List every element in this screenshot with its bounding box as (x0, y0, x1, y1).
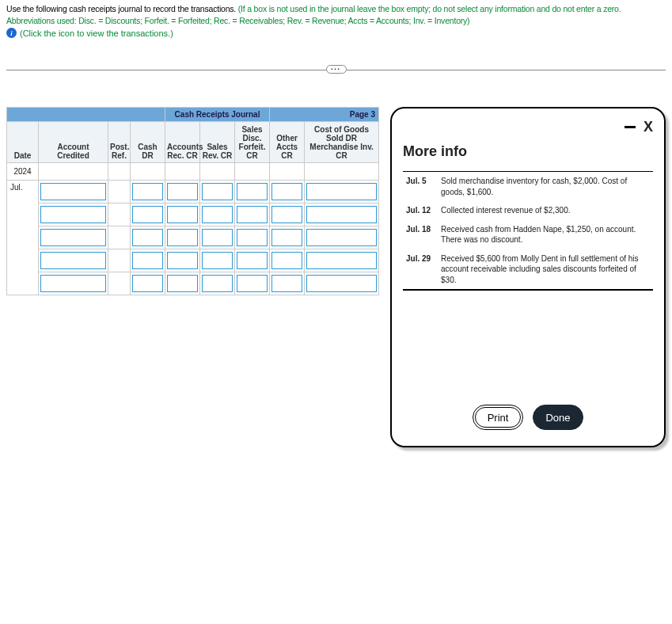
journal-cell (108, 226, 131, 249)
journal-cell (200, 226, 235, 249)
print-button[interactable]: Print (473, 405, 523, 430)
expander-handle[interactable]: ••• (326, 65, 347, 74)
journal-input[interactable] (40, 275, 106, 292)
col-cash-dr: Cash DR (131, 122, 165, 163)
journal-page: Page 3 (270, 108, 379, 122)
view-transactions-text[interactable]: (Click the icon to view the transactions… (20, 29, 173, 38)
journal-cell (108, 181, 131, 204)
col-sales-disc-cr: Sales Disc.Forfeit. CR (235, 122, 270, 163)
journal-input[interactable] (306, 275, 377, 292)
transaction-text: Received cash from Hadden Nape, $1,250, … (438, 220, 653, 249)
journal-cell (305, 181, 379, 204)
month-cell: Jul. (7, 181, 39, 295)
journal-input[interactable] (271, 206, 302, 223)
journal-band-left (7, 108, 165, 122)
journal-input[interactable] (167, 229, 198, 246)
journal-cell (270, 226, 305, 249)
transaction-text: Sold merchandise inventory for cash, $2,… (438, 172, 653, 202)
journal-cell (39, 204, 108, 226)
journal-cell (305, 226, 379, 249)
transaction-row: Jul. 12Collected interest revenue of $2,… (403, 201, 653, 220)
journal-cell (165, 226, 200, 249)
journal-cell (270, 272, 305, 295)
journal-cell (39, 226, 108, 249)
journal-input[interactable] (40, 229, 106, 246)
journal-input[interactable] (306, 183, 377, 200)
journal-cell (165, 204, 200, 226)
info-icon[interactable]: i (6, 28, 17, 38)
journal-input[interactable] (167, 252, 198, 269)
journal-cell (200, 272, 235, 295)
journal-input[interactable] (132, 206, 163, 223)
journal-cell (131, 249, 165, 272)
transaction-row: Jul. 5Sold merchandise inventory for cas… (403, 172, 653, 202)
transaction-date: Jul. 18 (403, 220, 438, 249)
close-icon[interactable]: X (644, 120, 653, 134)
journal-cell (235, 249, 270, 272)
col-accts-rec-cr: AccountsRec. CR (165, 122, 200, 163)
col-other-cr: OtherAccts CR (270, 122, 305, 163)
journal-cell (39, 181, 108, 204)
journal-input[interactable] (237, 275, 268, 292)
journal-cell (200, 181, 235, 204)
journal-input[interactable] (132, 229, 163, 246)
journal-input[interactable] (306, 229, 377, 246)
journal-input[interactable] (202, 206, 233, 223)
cash-receipts-journal: Cash Receipts Journal Page 3 Date Accoun… (6, 107, 379, 295)
journal-input[interactable] (237, 252, 268, 269)
journal-cell (270, 204, 305, 226)
journal-input[interactable] (271, 183, 302, 200)
journal-cell (108, 204, 131, 226)
journal-cell (108, 272, 131, 295)
transaction-date: Jul. 29 (403, 249, 438, 291)
journal-input[interactable] (167, 275, 198, 292)
transaction-row: Jul. 18Received cash from Hadden Nape, $… (403, 220, 653, 249)
transaction-row: Jul. 29Received $5,600 from Molly Dent i… (403, 249, 653, 291)
more-info-dialog: X More info Jul. 5Sold merchandise inven… (390, 107, 666, 447)
journal-input[interactable] (202, 229, 233, 246)
journal-input[interactable] (271, 252, 302, 269)
journal-input[interactable] (132, 275, 163, 292)
journal-cell (39, 272, 108, 295)
journal-input[interactable] (167, 206, 198, 223)
journal-cell (305, 204, 379, 226)
journal-input[interactable] (132, 183, 163, 200)
transaction-date: Jul. 5 (403, 172, 438, 202)
journal-input[interactable] (237, 229, 268, 246)
journal-cell (235, 204, 270, 226)
journal-cell (165, 272, 200, 295)
journal-cell (235, 226, 270, 249)
journal-input[interactable] (271, 275, 302, 292)
journal-input[interactable] (237, 206, 268, 223)
journal-input[interactable] (202, 183, 233, 200)
col-post-ref: Post.Ref. (108, 122, 131, 163)
year-cell: 2024 (7, 163, 39, 181)
journal-input[interactable] (167, 183, 198, 200)
minimize-icon[interactable] (625, 126, 636, 128)
journal-input[interactable] (271, 229, 302, 246)
journal-input[interactable] (237, 183, 268, 200)
col-account: Account Credited (39, 122, 108, 163)
journal-input[interactable] (306, 206, 377, 223)
journal-cell (131, 181, 165, 204)
journal-cell (165, 181, 200, 204)
col-date: Date (7, 122, 39, 163)
transactions-table: Jul. 5Sold merchandise inventory for cas… (403, 171, 653, 291)
journal-cell (131, 272, 165, 295)
journal-input[interactable] (40, 252, 106, 269)
journal-cell (131, 204, 165, 226)
done-button[interactable]: Done (533, 405, 583, 430)
transaction-date: Jul. 12 (403, 201, 438, 220)
journal-input[interactable] (306, 252, 377, 269)
journal-input[interactable] (40, 206, 106, 223)
journal-input[interactable] (40, 183, 106, 200)
journal-cell (165, 249, 200, 272)
journal-cell (235, 181, 270, 204)
journal-cell (39, 249, 108, 272)
journal-cell (200, 204, 235, 226)
instructions: Use the following cash receipts journal … (6, 3, 666, 26)
journal-input[interactable] (132, 252, 163, 269)
journal-input[interactable] (202, 252, 233, 269)
instructions-lead: Use the following cash receipts journal … (6, 4, 238, 13)
journal-input[interactable] (202, 275, 233, 292)
